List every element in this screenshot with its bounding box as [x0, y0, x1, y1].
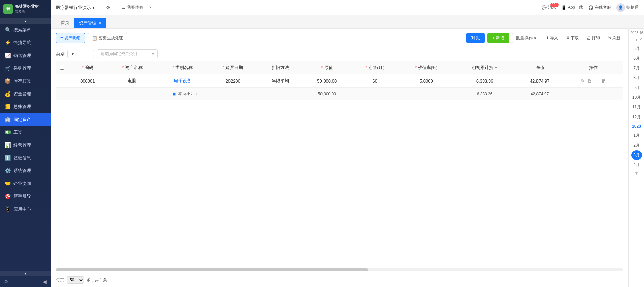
tab-asset-management[interactable]: 资产管理 ✕: [74, 18, 106, 28]
select-all-checkbox[interactable]: [60, 65, 64, 70]
month-12[interactable]: 12月: [629, 112, 644, 122]
refresh-button[interactable]: ↻ 刷新: [605, 33, 623, 43]
app-edition: 普及版: [15, 9, 39, 14]
page-size-select[interactable]: 50 100 200: [67, 276, 84, 284]
col-purchase-date: 购买日期: [208, 61, 258, 74]
delete-icon[interactable]: 🗑: [601, 78, 606, 84]
month-1[interactable]: 1月: [629, 131, 644, 140]
collapse-icon[interactable]: ◀: [43, 279, 47, 284]
quick-nav-icon: ⚡: [5, 40, 11, 46]
select-dropdown-icon: ▾: [72, 52, 74, 56]
sidebar-item-payroll[interactable]: 💵 工资: [0, 126, 51, 139]
pagination: 每页 50 100 200 条，共 1 条: [51, 273, 628, 287]
finance-icon: 💰: [5, 91, 11, 97]
download-button[interactable]: ⬇ 下载: [563, 33, 581, 43]
horizontal-scrollbar[interactable]: [56, 268, 623, 271]
sidebar-item-label: 企业协同: [13, 181, 31, 187]
cell-name: 电脑: [107, 74, 157, 88]
reconcile-button[interactable]: 对账: [466, 33, 485, 43]
sidebar-item-enterprise[interactable]: 🤝 企业协同: [0, 177, 51, 190]
right-sidebar-close-icon[interactable]: ✕: [639, 31, 643, 35]
print-icon: 🖨: [587, 36, 591, 40]
sidebar-item-inventory[interactable]: 📦 库存核算: [0, 75, 51, 88]
sidebar-item-purchase[interactable]: 🛒 采购管理: [0, 62, 51, 75]
sidebar-footer: ⚙ ◀: [0, 276, 51, 287]
sidebar-scroll-down[interactable]: ▼: [0, 271, 51, 276]
app-download-button[interactable]: 📱 App下载: [561, 5, 583, 10]
month-9[interactable]: 9月: [629, 83, 644, 93]
sidebar: 畅 畅捷通好业财 普及版 ▲ 🔍 搜索菜单 ⚡ 快捷导航 📈 销售管理 🛒 采购…: [0, 0, 51, 287]
subtotal-icon: ▣: [172, 92, 176, 96]
service-icon: 🎧: [588, 5, 593, 10]
month-4[interactable]: 4月: [629, 160, 644, 170]
month-7[interactable]: 7月: [629, 63, 644, 73]
month-2[interactable]: 2月: [629, 140, 644, 150]
tab-label: 资产管理: [79, 20, 96, 26]
user-menu[interactable]: 👤 畅捷通: [616, 3, 639, 12]
download-icon: 📱: [561, 5, 566, 10]
month-6[interactable]: 6月: [629, 54, 644, 63]
tab-close-icon[interactable]: ✕: [98, 21, 101, 25]
import-button[interactable]: ⬆ 导入: [543, 33, 561, 43]
cell-period: 60: [351, 74, 399, 88]
month-scroll-down[interactable]: ▼: [629, 170, 644, 177]
sidebar-item-search[interactable]: 🔍 搜索菜单: [0, 24, 51, 36]
sidebar-scroll-up[interactable]: ▲: [0, 19, 51, 24]
batch-button[interactable]: 批量操作 ▾: [512, 33, 540, 43]
basic-info-icon: ℹ️: [5, 155, 11, 161]
month-8[interactable]: 8月: [629, 73, 644, 83]
month-10[interactable]: 10月: [629, 93, 644, 102]
sidebar-item-system[interactable]: ⚙️ 系统管理: [0, 164, 51, 177]
sidebar-item-app-center[interactable]: 📱 应用中心: [0, 203, 51, 216]
company-settings-icon[interactable]: ⚙: [106, 5, 110, 11]
more-icon[interactable]: ⋯: [594, 78, 599, 84]
month-5[interactable]: 5月: [629, 44, 644, 54]
right-sidebar-expand-icon[interactable]: ⤢: [639, 37, 643, 41]
subtotal-row: ▣ 本页小计： 50,000.00 6,333.36 42,874.97: [56, 88, 623, 100]
experience-button[interactable]: ☁ 我要体验一下: [121, 5, 151, 10]
sidebar-item-sales[interactable]: 📈 销售管理: [0, 49, 51, 62]
edit-icon[interactable]: ✎: [581, 78, 585, 84]
sidebar-item-basic-info[interactable]: ℹ️ 基础信息: [0, 152, 51, 164]
sidebar-item-operations[interactable]: 📊 经营管理: [0, 139, 51, 152]
col-operation: 操作: [564, 61, 623, 74]
tab-home[interactable]: 首页: [56, 18, 74, 28]
category-select[interactable]: ▾: [67, 50, 94, 58]
subtotal-original-value: 50,000.00: [303, 88, 351, 100]
month-3[interactable]: 3月: [631, 150, 642, 160]
batch-dropdown-icon: ▾: [534, 36, 536, 41]
sidebar-item-quick-nav[interactable]: ⚡ 快捷导航: [0, 36, 51, 49]
sidebar-item-label: 工资: [13, 129, 22, 135]
copy-icon[interactable]: ⧉: [588, 78, 591, 84]
online-service-button[interactable]: 🎧 在线客服: [588, 5, 611, 10]
settings-icon[interactable]: ⚙: [4, 279, 8, 284]
system-icon: ⚙️: [5, 168, 11, 174]
row-checkbox[interactable]: [60, 78, 64, 83]
sidebar-item-fixed-assets[interactable]: 🏢 固定资产: [0, 113, 51, 126]
sidebar-item-finance[interactable]: 💰 资金管理: [0, 88, 51, 100]
table-container: 编码 资产名称 类别名称 购买日期 折旧方法 原值 期限(月) 残值率(%) 期…: [51, 61, 628, 268]
sidebar-item-label: 快捷导航: [13, 40, 31, 46]
col-depreciation-method: 折旧方法: [258, 61, 303, 74]
month-11[interactable]: 11月: [629, 102, 644, 112]
category-dropdown[interactable]: 请选择固定资产类别 ▾: [97, 49, 158, 58]
fixed-assets-icon: 🏢: [5, 117, 11, 123]
company-selector[interactable]: 医疗器械行业演示 ▾: [56, 5, 95, 11]
sidebar-item-label: 总账管理: [13, 104, 31, 110]
year-2023[interactable]: 2023: [629, 122, 644, 131]
scrollbar-thumb: [56, 268, 368, 271]
col-accumulated-depreciation: 期初累计折旧: [454, 61, 516, 74]
col-code: 编码: [68, 61, 107, 74]
messages-button[interactable]: 💬 消息 99+: [542, 5, 556, 10]
import-icon: ⬆: [546, 36, 549, 40]
tab-change-voucher[interactable]: 📋 变更生成凭证: [88, 33, 127, 43]
sidebar-item-ledger[interactable]: 📒 总账管理: [0, 100, 51, 113]
print-button[interactable]: 🖨 打印: [584, 33, 603, 43]
tab-asset-detail[interactable]: ≡ 资产明细: [56, 33, 85, 43]
sidebar-item-guide[interactable]: 🎯 新手引导: [0, 190, 51, 203]
new-button[interactable]: + 新增: [487, 33, 509, 43]
toolbar-right: 对账 + 新增 批量操作 ▾ ⬆ 导入 ⬇ 下载: [466, 33, 623, 43]
subtotal-accumulated: 6,333.36: [454, 88, 516, 100]
sidebar-item-label: 基础信息: [13, 155, 31, 161]
sidebar-item-label: 应用中心: [13, 206, 31, 212]
